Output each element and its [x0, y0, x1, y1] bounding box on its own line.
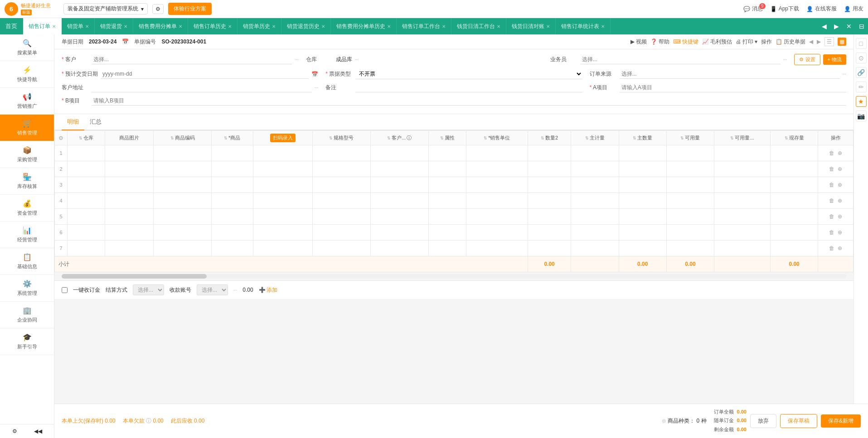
row-code-4[interactable]: [154, 193, 212, 209]
row-stock-5[interactable]: [770, 209, 818, 225]
calendar-icon[interactable]: 📅: [122, 39, 129, 45]
one-key-checkbox[interactable]: [62, 287, 68, 293]
system-selector[interactable]: 装备及固定资产辅助管理系统 ▾: [63, 3, 148, 14]
app-download-btn[interactable]: 📱 App下载: [770, 5, 799, 13]
print-btn[interactable]: 🖨 打印 ▾: [736, 38, 757, 46]
row-available2-2[interactable]: [714, 161, 771, 177]
row-warehouse-2[interactable]: [68, 161, 105, 177]
row-code-6[interactable]: [154, 225, 212, 241]
copy-row-icon-3[interactable]: ⊕: [838, 182, 842, 188]
row-attrs-7[interactable]: [428, 241, 466, 256]
row-main-qty-4[interactable]: [619, 193, 666, 209]
delete-row-icon-4[interactable]: 🗑: [829, 197, 834, 204]
right-icon-1[interactable]: □: [856, 38, 867, 49]
row-qty2-7[interactable]: [528, 241, 571, 256]
row-unit-7[interactable]: [466, 241, 528, 256]
save-draft-btn[interactable]: 保存草稿: [780, 414, 817, 428]
row-available-6[interactable]: [666, 225, 714, 241]
row-qty2-3[interactable]: [528, 177, 571, 193]
row-available2-5[interactable]: [714, 209, 771, 225]
row-main-qty-2[interactable]: [619, 161, 666, 177]
row-unit-6[interactable]: [466, 225, 528, 241]
row-available-5[interactable]: [666, 209, 714, 225]
sidebar-settings-icon[interactable]: ⚙: [12, 428, 17, 434]
tab-return-history[interactable]: 销货退货历史 ✕: [281, 18, 331, 34]
delete-row-icon-6[interactable]: 🗑: [829, 229, 834, 236]
history-btn[interactable]: 📋 历史单据: [776, 38, 805, 46]
tab-detail[interactable]: 明细: [62, 114, 84, 130]
nav-next[interactable]: ▶: [830, 23, 843, 30]
sidebar-collapse-icon[interactable]: ◀◀: [34, 428, 42, 434]
b-project-input[interactable]: [92, 96, 846, 106]
row-unit-3[interactable]: [466, 177, 528, 193]
nav-menu[interactable]: ⊟: [855, 23, 868, 30]
row-product-1[interactable]: [211, 145, 253, 161]
scan-btn[interactable]: 扫码录入: [270, 134, 296, 142]
save-new-btn[interactable]: 保存&新增: [821, 414, 861, 428]
tab-order-history[interactable]: 销售订单历史 ✕: [188, 18, 238, 34]
row-stock-4[interactable]: [770, 193, 818, 209]
row-stock-7[interactable]: [770, 241, 818, 256]
sidebar-item-quick-nav[interactable]: ⚡ 快捷导航: [0, 61, 54, 88]
row-product-4[interactable]: [211, 193, 253, 209]
prev-record-btn[interactable]: ◀: [809, 39, 813, 45]
row-attrs-1[interactable]: [428, 145, 466, 161]
discard-btn[interactable]: 放弃: [750, 414, 776, 428]
tab-sales-expense[interactable]: 销售费用分摊单 ✕: [133, 18, 188, 34]
row-available2-4[interactable]: [714, 193, 771, 209]
delete-row-icon-2[interactable]: 🗑: [829, 166, 834, 172]
row-spec-3[interactable]: [313, 177, 371, 193]
online-service-btn[interactable]: 👤 在线客服: [806, 5, 837, 13]
right-icon-6[interactable]: 📷: [856, 111, 867, 121]
row-customer-code-1[interactable]: [370, 145, 428, 161]
settings-form-btn[interactable]: ⚙ 设置: [794, 54, 820, 65]
row-product-6[interactable]: [211, 225, 253, 241]
row-product-7[interactable]: [211, 241, 253, 256]
row-main-qty-7[interactable]: [619, 241, 666, 256]
sidebar-item-guide[interactable]: 🎓 新手引导: [0, 328, 54, 355]
row-warehouse-1[interactable]: [68, 145, 105, 161]
row-main-unit-2[interactable]: [571, 161, 619, 177]
account-select[interactable]: 选择...: [197, 284, 228, 295]
debit-info-icon[interactable]: ⓘ: [146, 418, 151, 424]
right-icon-3[interactable]: 🔗: [856, 67, 867, 78]
product-count-icon[interactable]: ⊙: [662, 418, 666, 424]
settlement-select[interactable]: 选择...: [133, 284, 164, 295]
tab-sales-invoice[interactable]: 销货单 ✕: [62, 18, 95, 34]
row-main-unit-4[interactable]: [571, 193, 619, 209]
industry-btn[interactable]: 体验行业方案: [168, 3, 212, 15]
row-code-2[interactable]: [154, 161, 212, 177]
scrollbar-thumb[interactable]: [62, 274, 207, 279]
row-product-3[interactable]: [211, 177, 253, 193]
row-unit-4[interactable]: [466, 193, 528, 209]
sidebar-item-inventory[interactable]: 🏪 库存核算: [0, 168, 54, 195]
row-stock-6[interactable]: [770, 225, 818, 241]
row-stock-3[interactable]: [770, 177, 818, 193]
date-pick-icon[interactable]: 📅: [311, 71, 318, 77]
order-source-input[interactable]: [620, 69, 840, 79]
order-source-dots[interactable]: ···: [843, 72, 846, 77]
sidebar-item-marketing[interactable]: 📢 营销推广: [0, 88, 54, 115]
row-qty2-1[interactable]: [528, 145, 571, 161]
a-project-input[interactable]: [620, 83, 846, 92]
copy-row-icon-1[interactable]: ⊕: [838, 150, 842, 156]
view-toggle-grid[interactable]: ▦: [838, 38, 846, 46]
tab-sales-order[interactable]: 销售订单 ✕: [23, 18, 62, 34]
row-warehouse-5[interactable]: [68, 209, 105, 225]
delete-row-icon-1[interactable]: 🗑: [829, 150, 834, 156]
row-stock-2[interactable]: [770, 161, 818, 177]
row-customer-code-5[interactable]: [370, 209, 428, 225]
row-available-3[interactable]: [666, 177, 714, 193]
nav-close-all[interactable]: ✕: [843, 23, 855, 30]
row-attrs-2[interactable]: [428, 161, 466, 177]
row-customer-code-6[interactable]: [370, 225, 428, 241]
row-code-7[interactable]: [154, 241, 212, 256]
copy-row-icon-5[interactable]: ⊕: [838, 213, 842, 220]
row-warehouse-3[interactable]: [68, 177, 105, 193]
row-main-unit-3[interactable]: [571, 177, 619, 193]
right-icon-2[interactable]: ⊙: [856, 53, 867, 63]
sidebar-item-enterprise[interactable]: 🏢 企业协同: [0, 302, 54, 328]
sidebar-item-operations[interactable]: 📊 经营管理: [0, 221, 54, 248]
row-spec-5[interactable]: [313, 209, 371, 225]
row-main-qty-6[interactable]: [619, 225, 666, 241]
